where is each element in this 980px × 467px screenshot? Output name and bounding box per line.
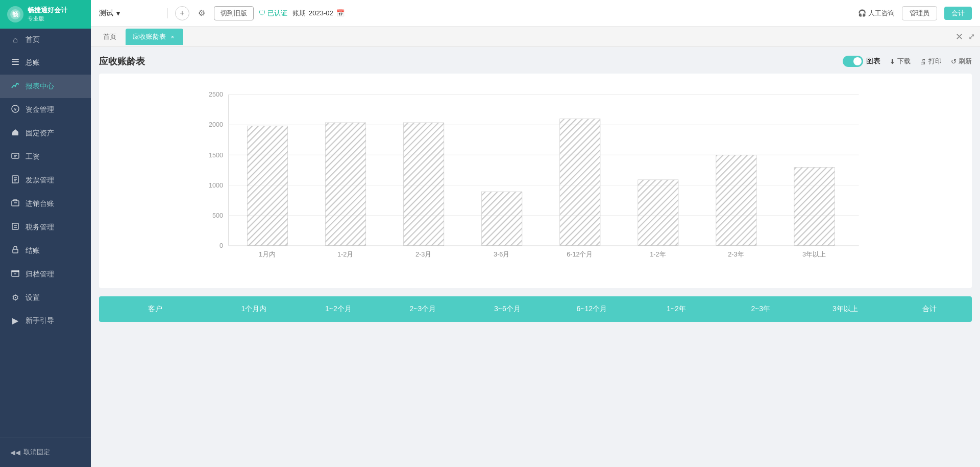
svg-rect-44 — [404, 123, 444, 246]
sidebar-item-home[interactable]: ⌂ 首页 — [0, 29, 91, 51]
topbar-divider-1 — [167, 8, 168, 18]
sidebar-nav: ⌂ 首页 总账 报表中心 ¥ 资金管理 固定资产 — [0, 29, 91, 437]
verified-badge: 🛡 已认证 — [259, 9, 287, 18]
sidebar-item-archive[interactable]: 归档管理 — [0, 263, 91, 286]
window-expand-button[interactable]: ⤢ — [968, 32, 975, 41]
table-header-row: 客户 1个月内 1~2个月 2~3个月 3~6个月 6~12个月 1~2年 2~… — [99, 296, 972, 322]
reports-icon — [10, 81, 20, 91]
bar-chart-container: 0 500 1000 1500 2000 2500 1月内 1-2月 — [99, 74, 972, 288]
company-selector[interactable]: 测试 ▾ — [99, 9, 160, 18]
content-area: 应收账龄表 图表 ⬇ 下载 🖨 打印 ↺ 刷新 — [91, 47, 980, 467]
window-close-button[interactable]: ✕ — [955, 31, 963, 42]
download-icon: ⬇ — [890, 58, 895, 65]
sidebar-item-label: 新手引导 — [26, 316, 54, 325]
svg-text:500: 500 — [212, 212, 223, 219]
svg-text:6-12个月: 6-12个月 — [567, 251, 593, 258]
tabs-bar: 首页 应收账龄表 × ✕ ⤢ — [91, 27, 980, 47]
col-header-3year-plus: 3年以上 — [803, 296, 887, 322]
topbar: 测试 ▾ + ⚙ 切到旧版 🛡 已认证 账期 2023-02 📅 🎧 人工咨询 … — [91, 0, 980, 27]
svg-text:1月内: 1月内 — [259, 251, 276, 258]
settings-icon: ⚙ — [10, 293, 20, 302]
sidebar-item-label: 税务管理 — [26, 223, 54, 232]
ledger-icon — [10, 58, 20, 68]
page-title-bar: 应收账龄表 图表 ⬇ 下载 🖨 打印 ↺ 刷新 — [99, 55, 972, 67]
svg-rect-40 — [248, 126, 288, 245]
closing-icon — [10, 246, 20, 256]
sidebar-item-invoice[interactable]: 发票管理 — [0, 169, 91, 192]
user-menu-button[interactable]: 管理员 — [902, 6, 937, 20]
switch-old-version-button[interactable]: 切到旧版 — [214, 6, 254, 20]
svg-rect-7 — [12, 132, 18, 135]
col-header-1-2year: 1~2年 — [634, 296, 718, 322]
guide-icon: ▶ — [10, 316, 20, 325]
sidebar-item-guide[interactable]: ▶ 新手引导 — [0, 309, 91, 332]
chart-toggle-action[interactable]: 图表 — [843, 56, 880, 67]
sidebar-item-label: 归档管理 — [26, 270, 54, 279]
svg-text:1500: 1500 — [209, 152, 223, 159]
refresh-button[interactable]: ↺ 刷新 — [951, 57, 972, 66]
sidebar-item-tax[interactable]: 税务管理 — [0, 216, 91, 239]
svg-rect-46 — [482, 192, 522, 246]
headset-icon: 🎧 — [858, 9, 866, 17]
sidebar-item-funds[interactable]: ¥ 资金管理 — [0, 98, 91, 122]
tab-close-button[interactable]: × — [169, 33, 176, 40]
refresh-icon: ↺ — [951, 58, 957, 65]
svg-text:0: 0 — [219, 242, 223, 249]
sidebar-item-inventory[interactable]: 进销台账 — [0, 192, 91, 216]
svg-text:2000: 2000 — [209, 121, 223, 128]
sidebar-item-closing[interactable]: 结账 — [0, 239, 91, 263]
svg-text:2-3月: 2-3月 — [415, 251, 431, 258]
svg-text:1-2年: 1-2年 — [650, 251, 666, 258]
sidebar-item-label: 工资 — [26, 152, 40, 161]
tax-icon — [10, 222, 20, 232]
col-header-3-6month: 3~6个月 — [465, 296, 549, 322]
svg-text:1000: 1000 — [209, 182, 223, 189]
sidebar-item-payroll[interactable]: 工资 — [0, 145, 91, 169]
svg-text:3年以上: 3年以上 — [802, 251, 826, 258]
svg-rect-21 — [13, 249, 18, 253]
col-header-2-3year: 2~3年 — [719, 296, 803, 322]
download-button[interactable]: ⬇ 下载 — [890, 57, 911, 66]
app-logo-text: 畅捷通好会计 专业版 — [28, 6, 67, 22]
chevron-down-icon: ▾ — [116, 9, 120, 17]
svg-text:2-3年: 2-3年 — [728, 251, 744, 258]
sidebar-item-assets[interactable]: 固定资产 — [0, 122, 91, 145]
sidebar-item-label: 资金管理 — [26, 105, 54, 114]
tab-home[interactable]: 首页 — [96, 29, 124, 45]
company-settings-button[interactable]: ⚙ — [194, 6, 209, 20]
unfix-sidebar-button[interactable]: ◀◀ 取消固定 — [0, 442, 91, 462]
sidebar-item-label: 进销台账 — [26, 199, 54, 208]
home-icon: ⌂ — [10, 35, 20, 44]
calendar-icon[interactable]: 📅 — [336, 9, 345, 17]
svg-marker-8 — [12, 129, 19, 132]
tab-receivable-aging[interactable]: 应收账龄表 × — [126, 29, 183, 45]
tab-home-label: 首页 — [103, 32, 116, 41]
inventory-icon — [10, 199, 20, 209]
tabs-right-controls: ✕ ⤢ — [955, 31, 975, 42]
svg-rect-42 — [326, 123, 366, 246]
page-title: 应收账龄表 — [99, 55, 145, 67]
customer-service-button[interactable]: 🎧 人工咨询 — [858, 9, 895, 18]
funds-icon: ¥ — [10, 105, 20, 115]
sidebar-item-ledger[interactable]: 总账 — [0, 51, 91, 75]
sidebar-item-label: 总账 — [26, 58, 40, 67]
chart-toggle-switch[interactable] — [843, 56, 863, 67]
sidebar-item-reports[interactable]: 报表中心 — [0, 75, 91, 98]
svg-rect-54 — [794, 168, 835, 246]
sidebar-bottom: ◀◀ 取消固定 — [0, 437, 91, 467]
svg-rect-2 — [12, 59, 19, 60]
print-button[interactable]: 🖨 打印 — [920, 57, 942, 66]
svg-rect-48 — [560, 119, 600, 246]
role-badge[interactable]: 会计 — [944, 7, 972, 20]
col-header-6-12month: 6~12个月 — [550, 296, 634, 322]
svg-rect-50 — [638, 180, 678, 246]
sidebar-item-settings[interactable]: ⚙ 设置 — [0, 286, 91, 309]
add-company-button[interactable]: + — [175, 6, 189, 20]
svg-rect-9 — [12, 153, 19, 158]
sidebar-item-label: 设置 — [26, 293, 40, 302]
page-actions: 图表 ⬇ 下载 🖨 打印 ↺ 刷新 — [843, 56, 972, 67]
aging-table: 客户 1个月内 1~2个月 2~3个月 3~6个月 6~12个月 1~2年 2~… — [99, 296, 972, 322]
payroll-icon — [10, 152, 20, 162]
company-name: 测试 — [99, 9, 113, 18]
sidebar-item-label: 固定资产 — [26, 129, 54, 138]
